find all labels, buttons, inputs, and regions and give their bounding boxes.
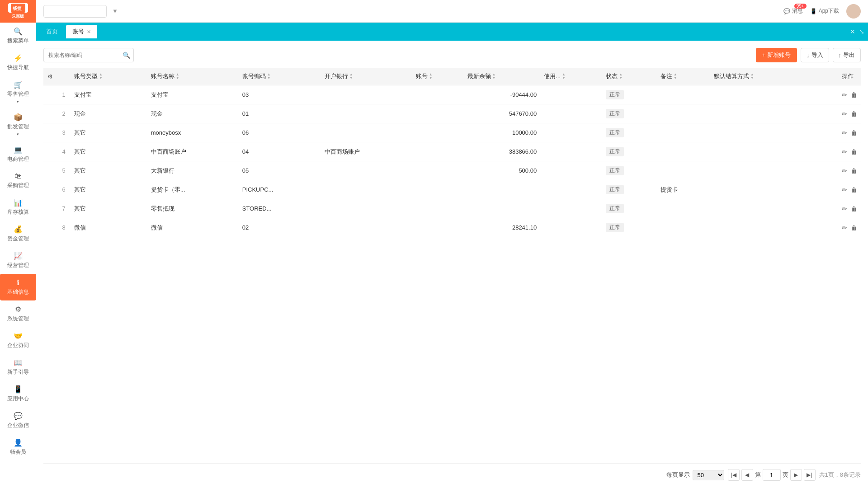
account-search-input[interactable] bbox=[43, 48, 134, 62]
sort-type-icon: ▲▼ bbox=[99, 73, 103, 80]
sidebar-item-wholesale[interactable]: 📦批发管理▾ bbox=[0, 108, 36, 141]
row-type-3: 其它 bbox=[71, 142, 147, 161]
row-action-6: ✏ 🗑 bbox=[812, 199, 861, 218]
edit-button-1[interactable]: ✏ bbox=[842, 110, 847, 117]
row-account-7 bbox=[412, 218, 464, 237]
col-type[interactable]: 账号类型 ▲▼ bbox=[71, 68, 147, 85]
dropdown-arrow-icon[interactable]: ▼ bbox=[112, 8, 118, 14]
sidebar-item-enterprise_agreement[interactable]: 🤝企业协同 bbox=[0, 327, 36, 354]
next-page-button[interactable]: ▶ bbox=[790, 469, 802, 481]
sidebar-item-system[interactable]: ⚙系统管理 bbox=[0, 300, 36, 327]
row-account-2 bbox=[412, 123, 464, 142]
col-status[interactable]: 状态 ▲▼ bbox=[602, 68, 656, 85]
delete-button-6[interactable]: 🗑 bbox=[851, 205, 857, 212]
purchase-icon: 🛍 bbox=[14, 172, 22, 180]
row-default-settle-7 bbox=[710, 218, 812, 237]
edit-button-3[interactable]: ✏ bbox=[842, 148, 847, 155]
sort-balance-icon: ▲▼ bbox=[492, 73, 496, 80]
logo-subtext: 乐惠版 bbox=[12, 14, 24, 19]
edit-button-6[interactable]: ✏ bbox=[842, 205, 847, 212]
edit-button-2[interactable]: ✏ bbox=[842, 129, 847, 136]
tab-account[interactable]: 账号 ✕ bbox=[66, 25, 97, 38]
sidebar-item-finance[interactable]: 💰资金管理 bbox=[0, 221, 36, 247]
col-use[interactable]: 使用... ▲▼ bbox=[540, 68, 602, 85]
edit-button-7[interactable]: ✏ bbox=[842, 224, 847, 231]
search-wrap: 🔍 bbox=[43, 48, 134, 62]
delete-button-5[interactable]: 🗑 bbox=[851, 186, 857, 193]
col-status-label: 状态 bbox=[606, 72, 618, 80]
quicknav-icon: ⚡ bbox=[14, 54, 23, 62]
row-use-6 bbox=[540, 199, 602, 218]
row-settings-0 bbox=[43, 85, 57, 104]
row-action-4: ✏ 🗑 bbox=[812, 161, 861, 180]
row-balance-6 bbox=[464, 199, 541, 218]
ecommerce-icon: 💻 bbox=[14, 145, 23, 154]
col-bank[interactable]: 开户银行 ▲▼ bbox=[321, 68, 412, 85]
user-avatar[interactable] bbox=[846, 4, 861, 19]
col-name[interactable]: 账号名称 ▲▼ bbox=[147, 68, 239, 85]
row-num-1: 2 bbox=[57, 104, 71, 123]
col-default-settle[interactable]: 默认结算方式 ▲▼ bbox=[710, 68, 812, 85]
edit-button-0[interactable]: ✏ bbox=[842, 91, 847, 99]
prev-page-button[interactable]: ◀ bbox=[741, 469, 753, 481]
first-page-button[interactable]: |◀ bbox=[728, 469, 740, 481]
col-remark[interactable]: 备注 ▲▼ bbox=[657, 68, 710, 85]
message-button[interactable]: 💬 消息 99+ bbox=[783, 7, 803, 15]
tab-account-close-icon[interactable]: ✕ bbox=[87, 29, 91, 35]
sidebar-item-quicknav[interactable]: ⚡快捷导航 bbox=[0, 49, 36, 76]
delete-button-2[interactable]: 🗑 bbox=[851, 129, 857, 136]
import-icon: ↓ bbox=[807, 52, 810, 59]
col-settings[interactable]: ⚙ bbox=[43, 68, 57, 85]
row-name-4: 大新银行 bbox=[147, 161, 239, 180]
maximize-icon[interactable]: ⤡ bbox=[859, 28, 864, 35]
edit-button-4[interactable]: ✏ bbox=[842, 167, 847, 174]
sidebar-item-enterprise_wechat[interactable]: 💬企业微信 bbox=[0, 407, 36, 434]
app-download-button[interactable]: 📱 App下载 bbox=[810, 7, 839, 15]
tab-home[interactable]: 首页 bbox=[40, 25, 64, 38]
delete-button-4[interactable]: 🗑 bbox=[851, 167, 857, 174]
sidebar-item-guide[interactable]: 📖新手引导 bbox=[0, 354, 36, 380]
row-balance-5 bbox=[464, 180, 541, 199]
message-badge: 99+ bbox=[794, 4, 807, 9]
add-account-button[interactable]: + 新增账号 bbox=[756, 48, 797, 62]
last-page-button[interactable]: ▶| bbox=[804, 469, 816, 481]
sidebar-item-purchase[interactable]: 🛍采购管理 bbox=[0, 168, 36, 194]
row-balance-3: 383866.00 bbox=[464, 142, 541, 161]
delete-button-3[interactable]: 🗑 bbox=[851, 148, 857, 155]
export-button[interactable]: ↑ 导出 bbox=[833, 48, 861, 62]
sidebar-item-retail[interactable]: 🛒零售管理▾ bbox=[0, 76, 36, 108]
sidebar-item-inventory[interactable]: 📊库存核算 bbox=[0, 194, 36, 221]
sidebar-item-app_center[interactable]: 📱应用中心 bbox=[0, 380, 36, 407]
page-nav: |◀ ◀ 第 页 ▶ ▶| bbox=[728, 469, 816, 481]
table-row: 2 现金 现金 01 547670.00 正常 ✏ 🗑 bbox=[43, 104, 861, 123]
delete-button-7[interactable]: 🗑 bbox=[851, 224, 857, 231]
col-balance[interactable]: 最新余额 ▲▼ bbox=[464, 68, 541, 85]
row-use-7 bbox=[540, 218, 602, 237]
col-code[interactable]: 账号编码 ▲▼ bbox=[239, 68, 321, 85]
row-type-1: 现金 bbox=[71, 104, 147, 123]
col-bank-label: 开户银行 bbox=[325, 72, 348, 80]
sidebar-item-operation[interactable]: 📈经营管理 bbox=[0, 247, 36, 274]
row-bank-0 bbox=[321, 85, 412, 104]
sidebar-item-ecommerce[interactable]: 💻电商管理 bbox=[0, 141, 36, 168]
row-balance-0: -90444.00 bbox=[464, 85, 541, 104]
delete-button-1[interactable]: 🗑 bbox=[851, 110, 857, 117]
accounts-table-wrap: ⚙ 账号类型 ▲▼ 账号名称 ▲▼ bbox=[43, 68, 861, 463]
search-button[interactable]: 🔍 bbox=[123, 52, 130, 59]
sidebar-item-basic[interactable]: ℹ基础信息 bbox=[0, 274, 36, 300]
import-button[interactable]: ↓ 导入 bbox=[801, 48, 829, 62]
sidebar-item-member[interactable]: 👤畅会员 bbox=[0, 434, 36, 460]
edit-button-5[interactable]: ✏ bbox=[842, 186, 847, 193]
close-window-icon[interactable]: ✕ bbox=[850, 28, 855, 35]
per-page-select[interactable]: 50 100 200 bbox=[693, 470, 724, 480]
delete-button-0[interactable]: 🗑 bbox=[851, 91, 857, 99]
row-account-6 bbox=[412, 199, 464, 218]
sidebar-item-search[interactable]: 🔍搜索菜单 bbox=[0, 23, 36, 49]
page-input[interactable] bbox=[763, 469, 781, 481]
toolbar-left: 🔍 bbox=[43, 48, 134, 62]
global-search-input[interactable] bbox=[43, 5, 107, 18]
row-account-0 bbox=[412, 85, 464, 104]
retail-sub-icon: ▾ bbox=[17, 99, 19, 104]
row-status-7: 正常 bbox=[602, 218, 656, 237]
col-account[interactable]: 账号 ▲▼ bbox=[412, 68, 464, 85]
